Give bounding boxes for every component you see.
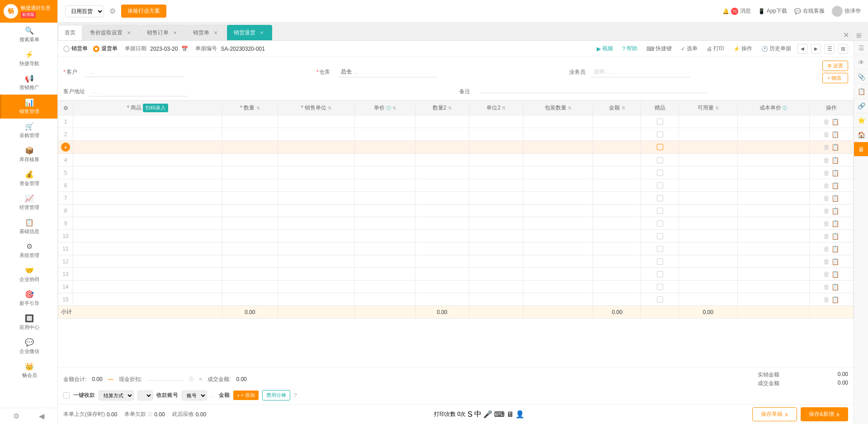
account-select[interactable]: 账号 bbox=[182, 391, 207, 400]
product-input-3[interactable] bbox=[76, 144, 219, 150]
sidebar-item-apps[interactable]: 🔲应用中心 bbox=[0, 310, 57, 334]
delete-icon-12[interactable]: 🗑 bbox=[823, 258, 830, 265]
gift-checkbox-8[interactable] bbox=[657, 208, 663, 214]
copy-icon-7[interactable]: 📋 bbox=[831, 195, 839, 202]
copy-icon-11[interactable]: 📋 bbox=[831, 245, 839, 252]
scan-btn[interactable]: 扫码录入 bbox=[143, 104, 168, 112]
gift-checkbox-2[interactable] bbox=[657, 131, 663, 138]
delete-icon-15[interactable]: 🗑 bbox=[823, 296, 830, 303]
right-panel-icon-2[interactable]: 👁 bbox=[854, 55, 868, 70]
gift-checkbox-6[interactable] bbox=[657, 182, 663, 189]
delete-icon-5[interactable]: 🗑 bbox=[823, 169, 830, 176]
method-select2[interactable] bbox=[137, 391, 153, 400]
right-panel-icon-6[interactable]: ⭐ bbox=[854, 113, 868, 128]
help-btn[interactable]: ? 帮助 bbox=[619, 43, 640, 54]
delete-icon-1[interactable]: 🗑 bbox=[823, 118, 830, 125]
radio-return[interactable]: 退货单 bbox=[93, 45, 118, 52]
sidebar-item-enterprise[interactable]: 🤝企业协同 bbox=[0, 262, 57, 286]
calendar-icon[interactable]: 📅 bbox=[181, 46, 188, 52]
copy-icon-13[interactable]: 📋 bbox=[831, 271, 839, 278]
close-tab-btn[interactable]: ✕ bbox=[840, 30, 852, 40]
sougou-icon[interactable]: S bbox=[467, 410, 472, 419]
copy-icon-8[interactable]: 📋 bbox=[831, 207, 839, 214]
select-btn[interactable]: ✓ 选单 bbox=[678, 43, 700, 54]
chinese-icon[interactable]: 中 bbox=[474, 410, 481, 419]
tab-close-price-settings[interactable]: ✕ bbox=[125, 29, 132, 37]
gift-checkbox-10[interactable] bbox=[657, 233, 663, 239]
one-click-checkbox[interactable] bbox=[63, 392, 70, 399]
tab-close-sales-return[interactable]: ✕ bbox=[258, 29, 265, 37]
gift-checkbox-14[interactable] bbox=[657, 284, 663, 290]
split-help-icon[interactable]: ? bbox=[294, 392, 297, 399]
customer-input[interactable]: ... bbox=[85, 67, 184, 77]
delete-icon-4[interactable]: 🗑 bbox=[823, 157, 830, 164]
copy-icon-9[interactable]: 📋 bbox=[831, 220, 839, 227]
radio-sales[interactable]: 销货单 bbox=[63, 45, 88, 52]
online-service-btn[interactable]: 💬 在线客服 bbox=[794, 7, 825, 15]
right-panel-icon-1[interactable]: ☰ bbox=[854, 41, 868, 55]
right-panel-icon-4[interactable]: 📋 bbox=[854, 84, 868, 99]
save-new-btn[interactable]: 保存&新增 ∧ bbox=[801, 407, 848, 421]
split-btn[interactable]: 费用分摊 bbox=[262, 390, 290, 400]
staff-input[interactable]: 选择... ... bbox=[591, 67, 690, 77]
sidebar-item-wechat[interactable]: 💬企业微信 bbox=[0, 334, 57, 358]
settle-method-select[interactable]: 结算方式 bbox=[99, 391, 134, 400]
tab-price-settings[interactable]: 售价提取设置✕ bbox=[83, 25, 139, 40]
shortcut-btn[interactable]: ⌨ 快捷键 bbox=[644, 43, 675, 54]
logistics-btn[interactable]: + 物流 bbox=[822, 73, 848, 83]
copy-icon-5[interactable]: 📋 bbox=[831, 169, 839, 176]
sidebar-item-search[interactable]: 🔍搜索菜单 bbox=[0, 23, 57, 47]
gift-checkbox-1[interactable] bbox=[657, 119, 663, 125]
discount-info-icon[interactable]: ⓘ bbox=[189, 376, 193, 382]
delete-icon-14[interactable]: 🗑 bbox=[823, 283, 830, 291]
copy-icon-14[interactable]: 📋 bbox=[831, 283, 839, 291]
print-btn[interactable]: 🖨 打印 bbox=[704, 43, 727, 54]
add-row-btn[interactable]: + bbox=[61, 143, 70, 152]
messages-btn[interactable]: 🔔 70 消息 bbox=[722, 7, 751, 15]
note-input[interactable] bbox=[481, 90, 707, 93]
discount-input[interactable] bbox=[147, 378, 184, 381]
gift-checkbox-9[interactable] bbox=[657, 220, 663, 227]
sidebar-item-purchase[interactable]: 🛒采购管理 bbox=[0, 119, 57, 143]
sidebar-item-promotion[interactable]: 📢营销推广 bbox=[0, 71, 57, 95]
gift-checkbox-11[interactable] bbox=[657, 246, 663, 252]
save-draft-btn[interactable]: 保存草稿 ∧ bbox=[752, 407, 797, 421]
delete-icon-13[interactable]: 🗑 bbox=[823, 271, 830, 278]
gear-icon[interactable]: ⚙ bbox=[109, 7, 116, 15]
add-payment-btn[interactable]: + + 添加 bbox=[233, 391, 259, 400]
delete-icon-6[interactable]: 🗑 bbox=[823, 182, 830, 189]
person-icon[interactable]: 👤 bbox=[515, 410, 524, 419]
sidebar-item-business[interactable]: 📈经营管理 bbox=[0, 191, 57, 214]
sidebar-item-basic[interactable]: 📋基础信息 bbox=[0, 214, 57, 238]
copy-icon-1[interactable]: 📋 bbox=[831, 118, 839, 125]
gift-checkbox-12[interactable] bbox=[657, 258, 663, 265]
gift-checkbox-3[interactable] bbox=[657, 144, 663, 150]
tab-close-sales-order[interactable]: ✕ bbox=[171, 29, 179, 37]
experience-btn[interactable]: 体验行业方案 bbox=[121, 5, 166, 18]
gift-checkbox-5[interactable] bbox=[657, 170, 663, 176]
right-panel-icon-5[interactable]: 🔗 bbox=[854, 99, 868, 113]
th-settings[interactable]: ⚙ bbox=[58, 101, 73, 115]
app-download-btn[interactable]: 📱 App下载 bbox=[758, 7, 787, 15]
copy-icon-4[interactable]: 📋 bbox=[831, 157, 839, 164]
copy-icon-6[interactable]: 📋 bbox=[831, 182, 839, 189]
warehouse-input[interactable]: 总仓 ... bbox=[338, 67, 438, 77]
copy-icon-12[interactable]: 📋 bbox=[831, 258, 839, 265]
collapse-icon[interactable]: ◀ bbox=[39, 412, 44, 420]
tab-home[interactable]: 首页 bbox=[58, 25, 82, 40]
copy-icon-3[interactable]: 📋 bbox=[831, 143, 839, 151]
keyboard-icon[interactable]: ⌨ bbox=[494, 410, 505, 419]
delete-icon-7[interactable]: 🗑 bbox=[823, 195, 830, 202]
maximize-btn[interactable]: ⊞ bbox=[854, 31, 864, 40]
debt-info-icon[interactable]: ⓘ bbox=[148, 411, 152, 418]
settings-btn[interactable]: ⚙ 设置 bbox=[822, 61, 848, 71]
tab-sales-return[interactable]: 销货退货✕ bbox=[227, 25, 272, 40]
user-profile[interactable]: 徐泽华 bbox=[832, 6, 861, 17]
gift-checkbox-7[interactable] bbox=[657, 195, 663, 201]
sidebar-item-shortcut[interactable]: ⚡快捷导航 bbox=[0, 47, 57, 71]
operate-btn[interactable]: ⚡ 操作 bbox=[731, 43, 755, 54]
right-panel-icon-7[interactable]: 🏠 bbox=[854, 128, 868, 142]
delete-icon-3[interactable]: 🗑 bbox=[823, 143, 830, 151]
tab-sales-order[interactable]: 销售订单✕ bbox=[140, 25, 185, 40]
sidebar-item-inventory[interactable]: 📦库存核算 bbox=[0, 143, 57, 167]
